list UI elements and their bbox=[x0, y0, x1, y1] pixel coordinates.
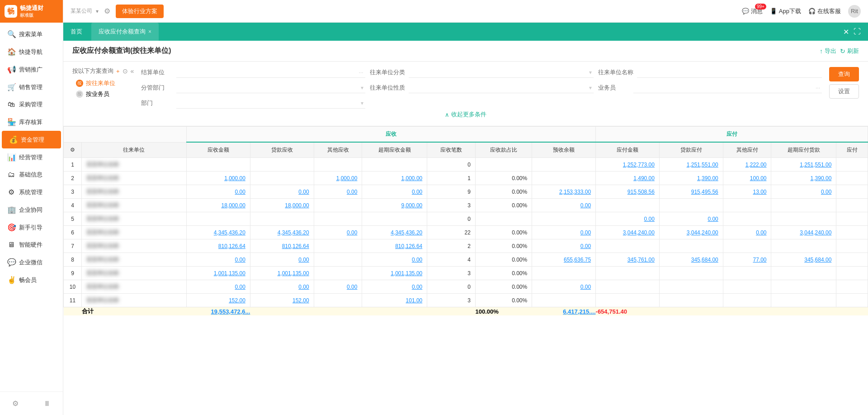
ap-amt[interactable]: 1,252,773.00 bbox=[596, 158, 660, 172]
ar-other[interactable]: 1,000.00 bbox=[314, 172, 362, 185]
ap-overdue[interactable]: 345,684.00 bbox=[771, 253, 836, 267]
footer-prepay[interactable]: 6,417,215.... bbox=[532, 307, 596, 316]
refresh-button[interactable]: ↻ 刷新 bbox=[840, 47, 859, 55]
ap-other[interactable] bbox=[723, 239, 771, 253]
ap-tail[interactable] bbox=[836, 158, 868, 172]
ap-other[interactable] bbox=[723, 280, 771, 294]
ar-other[interactable]: 0.00 bbox=[314, 185, 362, 199]
ar-overdue[interactable] bbox=[362, 212, 427, 226]
ar-amt[interactable]: 1,000.00 bbox=[186, 172, 250, 185]
ap-other[interactable] bbox=[723, 199, 771, 212]
topbar-app-download[interactable]: 📱 App下载 bbox=[770, 7, 801, 15]
ap-overdue[interactable] bbox=[771, 280, 836, 294]
ap-other[interactable]: 0.00 bbox=[723, 226, 771, 239]
sidebar-item-inventory[interactable]: 🏪库存核算 bbox=[0, 113, 63, 131]
ap-other[interactable]: 13.00 bbox=[723, 185, 771, 199]
ap-loan[interactable] bbox=[659, 199, 723, 212]
footer-ar-amt[interactable]: 19,553,472,6... bbox=[186, 307, 250, 316]
sidebar-item-search-menu[interactable]: 🔍搜索菜单 bbox=[0, 25, 63, 43]
ap-other[interactable] bbox=[723, 212, 771, 226]
partner-name-input[interactable] bbox=[637, 67, 822, 77]
prepay[interactable] bbox=[532, 267, 596, 280]
ap-tail[interactable] bbox=[836, 199, 868, 212]
ap-other[interactable] bbox=[723, 267, 771, 280]
ar-loan[interactable]: 4,345,436.20 bbox=[250, 226, 314, 239]
ap-amt[interactable]: 915,508.56 bbox=[596, 185, 660, 199]
tab-home[interactable]: 首页 bbox=[63, 23, 90, 41]
sidebar-item-sys-admin[interactable]: ⚙系统管理 bbox=[0, 183, 63, 201]
ap-overdue[interactable]: 0.00 bbox=[771, 185, 836, 199]
ap-tail[interactable] bbox=[836, 226, 868, 239]
ap-tail[interactable] bbox=[836, 239, 868, 253]
ap-loan[interactable]: 1,390.00 bbox=[659, 172, 723, 185]
prepay[interactable] bbox=[532, 212, 596, 226]
ar-loan[interactable]: 0.00 bbox=[250, 253, 314, 267]
ap-amt[interactable]: 0.00 bbox=[596, 212, 660, 226]
collapse-icon[interactable]: ⏸ bbox=[40, 396, 54, 411]
ar-loan[interactable] bbox=[250, 158, 314, 172]
ap-other[interactable] bbox=[723, 294, 771, 307]
ar-other[interactable] bbox=[314, 294, 362, 307]
ar-loan[interactable] bbox=[250, 172, 314, 185]
ap-amt[interactable] bbox=[596, 294, 660, 307]
ar-overdue[interactable]: 1,000.00 bbox=[362, 172, 427, 185]
ap-amt[interactable]: 3,044,240.00 bbox=[596, 226, 660, 239]
ap-amt[interactable]: 345,761.00 bbox=[596, 253, 660, 267]
ap-tail[interactable] bbox=[836, 267, 868, 280]
ar-amt[interactable]: 0.00 bbox=[186, 185, 250, 199]
dept-mgr-dropdown-icon[interactable]: ▾ bbox=[361, 85, 365, 91]
settlement-unit-more-icon[interactable]: ··· bbox=[359, 69, 365, 76]
sidebar-item-member[interactable]: ✌畅会员 bbox=[0, 271, 63, 289]
ar-other[interactable] bbox=[314, 199, 362, 212]
salesperson-more-icon[interactable]: ··· bbox=[816, 85, 822, 91]
ar-other[interactable] bbox=[314, 158, 362, 172]
ap-amt[interactable] bbox=[596, 280, 660, 294]
ar-loan[interactable]: 0.00 bbox=[250, 185, 314, 199]
query-button[interactable]: 查询 bbox=[829, 67, 859, 81]
ap-overdue[interactable]: 1,390.00 bbox=[771, 172, 836, 185]
ap-overdue[interactable] bbox=[771, 239, 836, 253]
ar-amt[interactable]: 1,001,135.00 bbox=[186, 267, 250, 280]
prepay[interactable] bbox=[532, 158, 596, 172]
ar-overdue[interactable]: 101.00 bbox=[362, 294, 427, 307]
ap-tail[interactable] bbox=[836, 212, 868, 226]
tab-ar-ap-query[interactable]: 应收应付余额查询 × bbox=[91, 23, 159, 41]
sidebar-item-quick-nav[interactable]: 🏠快捷导航 bbox=[0, 43, 63, 61]
ar-overdue[interactable]: 810,126.64 bbox=[362, 239, 427, 253]
ar-amt[interactable]: 810,126.64 bbox=[186, 239, 250, 253]
partner-nature-dropdown-icon[interactable]: ▾ bbox=[589, 85, 594, 91]
ap-loan[interactable] bbox=[659, 294, 723, 307]
ar-overdue[interactable]: 0.00 bbox=[362, 280, 427, 294]
user-avatar[interactable]: Rit bbox=[848, 5, 861, 18]
ap-amt[interactable] bbox=[596, 267, 660, 280]
scheme-by-salesperson[interactable]: 按 按业务员 bbox=[72, 89, 134, 100]
salesperson-input[interactable] bbox=[633, 82, 816, 93]
ap-amt[interactable] bbox=[596, 199, 660, 212]
ap-overdue[interactable] bbox=[771, 294, 836, 307]
ap-tail[interactable] bbox=[836, 185, 868, 199]
topbar-dropdown-icon[interactable]: ▾ bbox=[96, 8, 99, 14]
ap-amt[interactable]: 1,490.00 bbox=[596, 172, 660, 185]
ar-other[interactable]: 0.00 bbox=[314, 280, 362, 294]
sidebar-item-corp-collab[interactable]: 🏢企业协同 bbox=[0, 201, 63, 219]
ap-amt[interactable] bbox=[596, 239, 660, 253]
dept-input[interactable] bbox=[176, 98, 360, 108]
ap-overdue[interactable]: 1,251,551.00 bbox=[771, 158, 836, 172]
ar-other[interactable] bbox=[314, 253, 362, 267]
sidebar-item-purchase[interactable]: 🛍采购管理 bbox=[0, 96, 63, 113]
ap-other[interactable]: 1,222.00 bbox=[723, 158, 771, 172]
prepay[interactable] bbox=[532, 294, 596, 307]
solution-button[interactable]: 体验行业方案 bbox=[116, 5, 164, 18]
partner-category-dropdown-icon[interactable]: ▾ bbox=[589, 69, 594, 76]
ar-overdue[interactable]: 9,000.00 bbox=[362, 199, 427, 212]
ap-overdue[interactable]: 3,044,240.00 bbox=[771, 226, 836, 239]
prepay[interactable]: 0.00 bbox=[532, 239, 596, 253]
ar-overdue[interactable]: 0.00 bbox=[362, 253, 427, 267]
filter-add-icon[interactable]: + bbox=[116, 68, 120, 75]
prepay[interactable]: 655,636.75 bbox=[532, 253, 596, 267]
sidebar-item-base-info[interactable]: 🗂基础信息 bbox=[0, 166, 63, 183]
sidebar-item-marketing[interactable]: 📢营销推广 bbox=[0, 61, 63, 78]
dept-mgr-input[interactable] bbox=[176, 82, 360, 93]
close-window-icon[interactable]: ✕ bbox=[843, 28, 849, 36]
ar-amt[interactable]: 18,000.00 bbox=[186, 199, 250, 212]
